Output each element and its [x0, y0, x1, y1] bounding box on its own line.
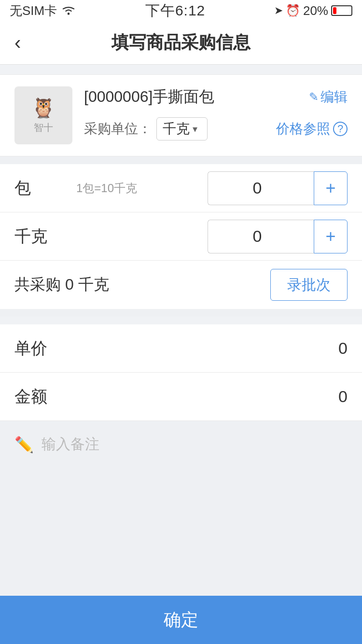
product-edit-button[interactable]: ✎ 编辑: [309, 88, 348, 106]
product-info-row2: 采购单位： 千克 ▾ 价格参照 ?: [84, 117, 348, 140]
unit-price-label: 单价: [14, 337, 47, 360]
location-icon: ➤: [274, 4, 283, 17]
batch-label: 录批次: [287, 275, 331, 295]
unit-select[interactable]: 千克 ▾: [156, 117, 208, 140]
batch-button[interactable]: 录批次: [270, 269, 348, 301]
price-ref-button[interactable]: 价格参照 ?: [276, 120, 348, 138]
confirm-label: 确定: [164, 608, 198, 632]
purchase-unit-area: 采购单位： 千克 ▾: [84, 117, 208, 140]
bao-input-row: 包 1包=10千克 +: [0, 164, 362, 212]
note-section[interactable]: ✏️ 输入备注: [0, 421, 362, 468]
kg-input-row: 千克 +: [0, 212, 362, 261]
note-placeholder: 输入备注: [42, 434, 99, 454]
status-left: 无SIM卡: [10, 2, 76, 19]
unit-value: 千克: [163, 120, 190, 138]
unit-price-row: 单价 0: [0, 324, 362, 373]
unit-dropdown-icon: ▾: [193, 123, 197, 135]
confirm-button[interactable]: 确定: [0, 596, 362, 644]
nav-bar: ‹ 填写商品采购信息: [0, 21, 362, 65]
product-card: 🦉 智十 [0000006]手撕面包 ✎ 编辑 采购单位： 千克 ▾ 价格参照 …: [0, 74, 362, 156]
battery-icon: [331, 5, 352, 16]
carrier-label: 无SIM卡: [10, 2, 57, 19]
alarm-icon: ⏰: [286, 4, 300, 17]
page-title: 填写商品采购信息: [111, 31, 251, 55]
help-icon: ?: [333, 122, 348, 136]
bao-input-control: +: [208, 171, 348, 205]
kg-input-section: 千克 +: [0, 212, 362, 261]
summary-text: 共采购 0 千克: [14, 274, 109, 295]
kg-plus-button[interactable]: +: [314, 220, 348, 253]
product-name: [0000006]手撕面包: [84, 86, 214, 108]
bao-label: 包: [14, 177, 72, 199]
product-info: [0000006]手撕面包 ✎ 编辑 采购单位： 千克 ▾ 价格参照 ?: [84, 86, 348, 140]
kg-number-input[interactable]: [208, 220, 314, 253]
kg-label: 千克: [14, 225, 72, 248]
section-divider-2: [0, 309, 362, 317]
wifi-icon: [61, 5, 76, 16]
pencil-icon: ✏️: [14, 435, 34, 454]
battery-percent: 20%: [303, 3, 328, 18]
edit-label: 编辑: [320, 88, 348, 106]
status-right: ➤ ⏰ 20%: [274, 3, 352, 18]
svg-point-0: [68, 13, 70, 15]
purchase-unit-label: 采购单位：: [84, 120, 152, 138]
product-thumb-label: 智十: [34, 121, 53, 134]
summary-row: 共采购 0 千克 录批次: [0, 261, 362, 309]
amount-label: 金额: [14, 386, 47, 408]
kg-input-control: +: [208, 220, 348, 253]
bao-number-input[interactable]: [208, 171, 314, 205]
product-thumbnail: 🦉 智十: [14, 86, 72, 144]
amount-value: 0: [338, 387, 348, 406]
bao-plus-button[interactable]: +: [314, 171, 348, 205]
section-divider-1: [0, 156, 362, 164]
bao-input-section: 包 1包=10千克 +: [0, 164, 362, 212]
edit-icon: ✎: [309, 90, 319, 104]
bao-sublabel: 1包=10千克: [76, 181, 137, 196]
back-button[interactable]: ‹: [14, 27, 26, 58]
product-thumb-owl-icon: 🦉: [31, 97, 56, 119]
status-time: 下午6:12: [145, 1, 205, 21]
unit-price-value: 0: [338, 339, 348, 358]
product-info-row1: [0000006]手撕面包 ✎ 编辑: [84, 86, 348, 108]
price-ref-label: 价格参照: [276, 120, 330, 138]
status-bar: 无SIM卡 下午6:12 ➤ ⏰ 20%: [0, 0, 362, 21]
amount-row: 金额 0: [0, 373, 362, 421]
price-section: 单价 0 金额 0: [0, 324, 362, 421]
